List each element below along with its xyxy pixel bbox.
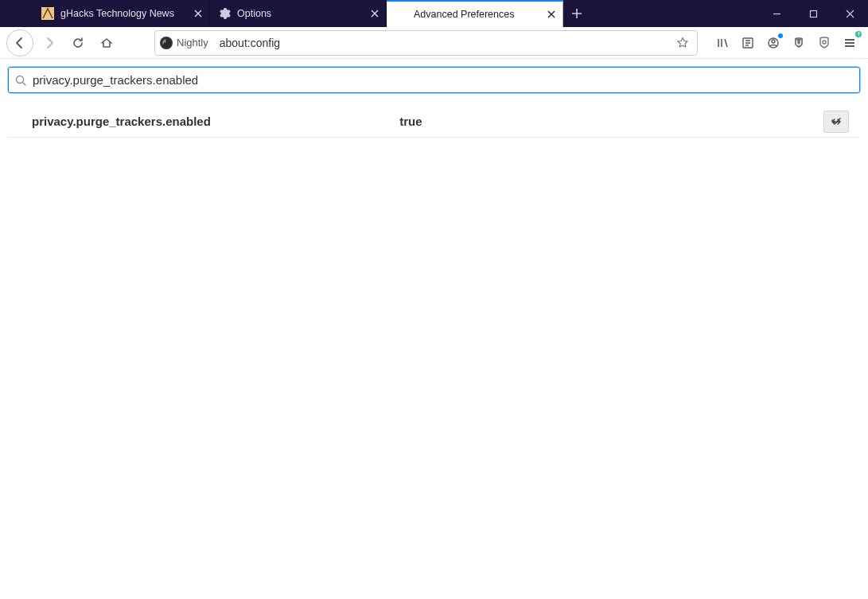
tab-ghacks[interactable]: gHacks Technology News (33, 0, 210, 27)
window-maximize-button[interactable] (795, 0, 831, 27)
toolbar-icons (710, 31, 862, 55)
svg-point-7 (17, 76, 24, 83)
reader-view-button[interactable] (736, 31, 760, 55)
svg-rect-1 (810, 10, 816, 17)
tab-advanced-preferences[interactable]: Advanced Preferences (387, 0, 563, 27)
about-config-content: privacy.purge_trackers.enabled true (0, 59, 868, 599)
tab-spacer (0, 0, 33, 27)
tab-options[interactable]: Options (210, 0, 387, 27)
tab-close-button[interactable] (543, 6, 559, 22)
library-button[interactable] (710, 31, 734, 55)
pref-search-input[interactable] (33, 73, 853, 87)
tab-label: gHacks Technology News (60, 8, 187, 19)
pref-name[interactable]: privacy.purge_trackers.enabled (32, 115, 399, 128)
window-minimize-button[interactable] (758, 0, 795, 27)
back-button[interactable] (6, 29, 33, 56)
tab-strip: gHacks Technology News Options Advanced … (0, 0, 868, 27)
tab-close-button[interactable] (367, 6, 383, 21)
new-tab-button[interactable] (563, 0, 590, 27)
window-close-button[interactable] (831, 0, 868, 27)
svg-point-6 (823, 41, 826, 44)
firefox-logo-icon (160, 37, 173, 49)
pref-search-row[interactable] (8, 67, 860, 93)
window-controls (758, 0, 868, 27)
pref-toggle-button[interactable] (823, 111, 849, 133)
pref-row: privacy.purge_trackers.enabled true (8, 106, 860, 138)
app-menu-button[interactable] (838, 31, 862, 55)
svg-point-5 (772, 40, 775, 43)
ghacks-favicon-icon (41, 7, 54, 20)
tab-close-button[interactable] (190, 6, 206, 21)
forward-button[interactable] (37, 30, 62, 56)
home-button[interactable] (94, 30, 119, 56)
bookmark-star-button[interactable] (673, 33, 692, 53)
privacy-badger-button[interactable] (812, 31, 836, 55)
blank-favicon-icon (395, 8, 407, 21)
update-badge-icon (854, 29, 863, 39)
url-input[interactable] (213, 37, 673, 49)
identity-box[interactable]: Nightly (160, 37, 213, 49)
tab-label: Options (237, 8, 364, 19)
url-bar[interactable]: Nightly (154, 30, 698, 56)
gear-icon (218, 7, 231, 20)
pref-table: privacy.purge_trackers.enabled true (8, 106, 860, 138)
reload-button[interactable] (65, 30, 91, 56)
nav-toolbar: Nightly (0, 27, 868, 59)
pref-value[interactable]: true (399, 115, 823, 128)
tab-label: Advanced Preferences (414, 9, 540, 20)
search-icon (15, 75, 26, 86)
ublock-button[interactable] (787, 31, 811, 55)
identity-label: Nightly (177, 37, 208, 49)
account-button[interactable] (761, 31, 785, 55)
